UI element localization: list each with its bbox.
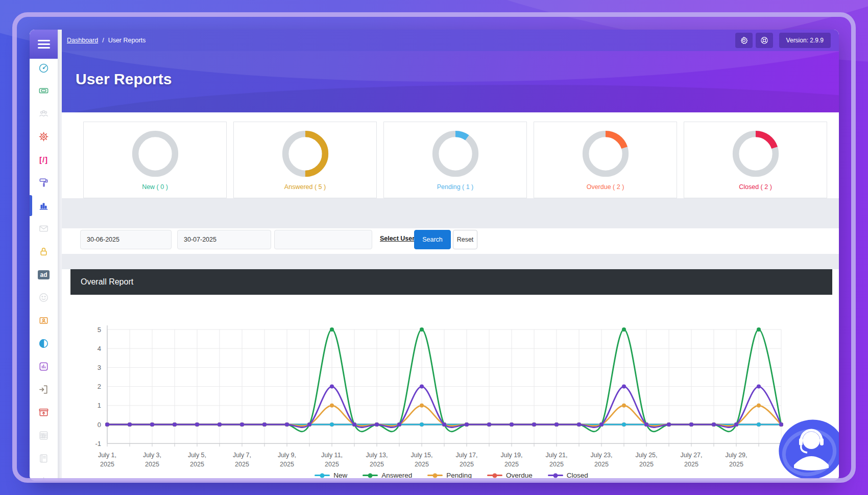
- support-chat-button[interactable]: [778, 416, 839, 481]
- sidebar-item-id-card[interactable]: [30, 309, 58, 332]
- breadcrumb-current: User Reports: [108, 37, 146, 44]
- legend-item-new[interactable]: New: [315, 472, 347, 479]
- chart-legend: NewAnsweredPendingOverdueClosed: [70, 472, 832, 479]
- screen-background: [/]ad Dashboard / User Reports: [0, 0, 868, 495]
- svg-text:July 9,: July 9,: [278, 452, 296, 459]
- svg-text:1: 1: [98, 402, 101, 409]
- svg-text:July 13,: July 13,: [366, 452, 388, 459]
- legend-item-pending[interactable]: Pending: [427, 472, 472, 479]
- legend-marker: [427, 475, 443, 476]
- donut-chart-closed: [731, 129, 780, 178]
- legend-marker: [363, 475, 378, 476]
- sidebar-item-book[interactable]: [30, 447, 58, 470]
- overall-report-chart: -1012345July 1,2025July 3,2025July 5,202…: [70, 295, 832, 472]
- svg-text:3: 3: [98, 364, 101, 371]
- gear-icon: [38, 131, 50, 143]
- id-card-icon: [38, 315, 50, 326]
- svg-text:July 5,: July 5,: [188, 452, 206, 459]
- sidebar-item-chart-box[interactable]: [30, 355, 58, 378]
- svg-text:4: 4: [98, 345, 101, 352]
- sidebar-item-bar-chart[interactable]: [30, 194, 58, 217]
- legend-item-closed[interactable]: Closed: [548, 472, 588, 479]
- section-gap: [62, 254, 839, 269]
- support-agent-icon: [778, 416, 839, 481]
- svg-text:2025: 2025: [639, 461, 654, 468]
- sidebar-item-lock[interactable]: [30, 240, 58, 263]
- lifebuoy-icon: [760, 36, 769, 45]
- overall-report-header: Overall Report: [70, 269, 832, 295]
- svg-text:July 27,: July 27,: [680, 452, 702, 459]
- app-window: [/]ad Dashboard / User Reports: [30, 30, 839, 481]
- sidebar-item-abacus[interactable]: [30, 424, 58, 447]
- sidebar-item-users[interactable]: [30, 102, 58, 125]
- status-card-new[interactable]: New ( 0 ): [83, 122, 227, 198]
- book-icon: [38, 453, 50, 464]
- page-hero: User Reports: [62, 51, 839, 112]
- donut-chart-overdue: [581, 129, 630, 178]
- contrast-icon: [38, 338, 50, 349]
- legend-label: Closed: [567, 472, 588, 479]
- sidebar-item-gear[interactable]: [30, 125, 58, 148]
- page-content: New ( 0 ) Answered ( 5 ) Pending ( 1 ) O…: [62, 112, 839, 481]
- menu-toggle-button[interactable]: [30, 30, 58, 59]
- sidebar-item-mail[interactable]: [30, 217, 58, 240]
- sidebar-item-ticket[interactable]: [30, 79, 58, 102]
- svg-text:2: 2: [98, 383, 101, 390]
- legend-marker: [487, 475, 502, 476]
- svg-text:July 23,: July 23,: [590, 452, 612, 459]
- ad-badge-icon: ad: [38, 270, 49, 279]
- status-card-answered[interactable]: Answered ( 5 ): [233, 122, 377, 198]
- status-card-closed[interactable]: Closed ( 2 ): [684, 122, 827, 198]
- sidebar-item-contrast[interactable]: [30, 332, 58, 355]
- svg-text:-1: -1: [95, 440, 101, 447]
- legend-label: Overdue: [506, 472, 533, 479]
- svg-text:July 15,: July 15,: [411, 452, 432, 459]
- status-card-label: Overdue ( 2 ): [587, 183, 624, 191]
- settings-button[interactable]: [735, 33, 753, 48]
- sidebar-item-gauge[interactable]: [30, 56, 58, 79]
- sidebar-item-smiley[interactable]: [30, 286, 58, 309]
- legend-label: Answered: [381, 472, 412, 479]
- users-icon: [38, 108, 50, 120]
- legend-item-overdue[interactable]: Overdue: [487, 472, 533, 479]
- chart-box-icon: [38, 361, 50, 372]
- donut-chart-pending: [431, 129, 480, 178]
- select-user-link[interactable]: Select User: [380, 235, 415, 242]
- svg-text:July 1,: July 1,: [98, 452, 116, 459]
- svg-text:2025: 2025: [235, 461, 249, 468]
- gear-icon: [739, 36, 749, 45]
- svg-text:July 29,: July 29,: [725, 452, 747, 459]
- support-help-button[interactable]: [756, 33, 773, 48]
- hamburger-menu-icon: [38, 38, 50, 51]
- legend-item-answered[interactable]: Answered: [363, 472, 412, 479]
- sidebar-item-archive-up[interactable]: [30, 401, 58, 424]
- topbar-actions: Version: 2.9.9: [735, 33, 831, 48]
- sidebar-item-paint-roller[interactable]: [30, 171, 58, 194]
- sidebar-item-ad-badge[interactable]: ad: [30, 263, 58, 286]
- svg-text:July 7,: July 7,: [233, 452, 251, 459]
- user-input[interactable]: [274, 230, 372, 249]
- lock-icon: [38, 246, 50, 257]
- svg-text:2025: 2025: [684, 461, 698, 468]
- status-card-overdue[interactable]: Overdue ( 2 ): [534, 122, 677, 198]
- status-card-label: Pending ( 1 ): [437, 183, 474, 191]
- svg-text:2025: 2025: [370, 461, 384, 468]
- main-area: Dashboard / User Reports: [62, 30, 839, 481]
- status-card-pending[interactable]: Pending ( 1 ): [383, 122, 527, 198]
- search-button[interactable]: Search: [414, 230, 451, 249]
- date-to-input[interactable]: [177, 230, 271, 249]
- svg-text:0: 0: [98, 421, 101, 429]
- svg-text:July 17,: July 17,: [455, 452, 477, 459]
- sidebar-item-login[interactable]: [30, 378, 58, 401]
- sidebar-item-code-brackets[interactable]: [/]: [30, 148, 58, 171]
- sidebar-item-download[interactable]: [30, 470, 58, 481]
- svg-text:July 21,: July 21,: [545, 452, 567, 459]
- overall-report-panel: Overall Report -1012345July 1,2025July 3…: [70, 269, 832, 481]
- legend-marker: [548, 475, 563, 476]
- reset-button[interactable]: Reset: [453, 230, 477, 249]
- date-from-input[interactable]: [80, 230, 172, 249]
- ticket-icon: [38, 85, 50, 97]
- svg-text:2025: 2025: [100, 461, 114, 468]
- abacus-icon: [38, 430, 50, 441]
- breadcrumb-dashboard-link[interactable]: Dashboard: [67, 37, 98, 44]
